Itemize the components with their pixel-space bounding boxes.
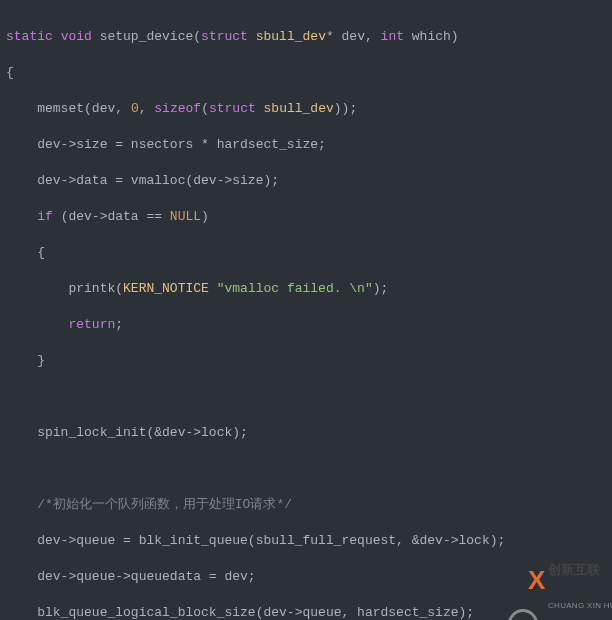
code-line: dev->queue = blk_init_queue(sbull_full_r…: [6, 532, 606, 550]
code-line: blk_queue_logical_block_size(dev->queue,…: [6, 604, 606, 620]
code-line: /*初始化一个队列函数，用于处理IO请求*/: [6, 496, 606, 514]
code-line: memset(dev, 0, sizeof(struct sbull_dev))…: [6, 100, 606, 118]
code-line: dev->data = vmalloc(dev->size);: [6, 172, 606, 190]
code-line: spin_lock_init(&dev->lock);: [6, 424, 606, 442]
code-line: dev->size = nsectors * hardsect_size;: [6, 136, 606, 154]
code-line: {: [6, 64, 606, 82]
code-line: static void setup_device(struct sbull_de…: [6, 28, 606, 46]
code-line: [6, 460, 606, 478]
code-line: }: [6, 352, 606, 370]
code-line: {: [6, 244, 606, 262]
code-line: printk(KERN_NOTICE "vmalloc failed. \n")…: [6, 280, 606, 298]
code-line: dev->queue->queuedata = dev;: [6, 568, 606, 586]
code-editor: static void setup_device(struct sbull_de…: [0, 0, 612, 620]
code-line: if (dev->data == NULL): [6, 208, 606, 226]
code-line: return;: [6, 316, 606, 334]
code-line: [6, 388, 606, 406]
